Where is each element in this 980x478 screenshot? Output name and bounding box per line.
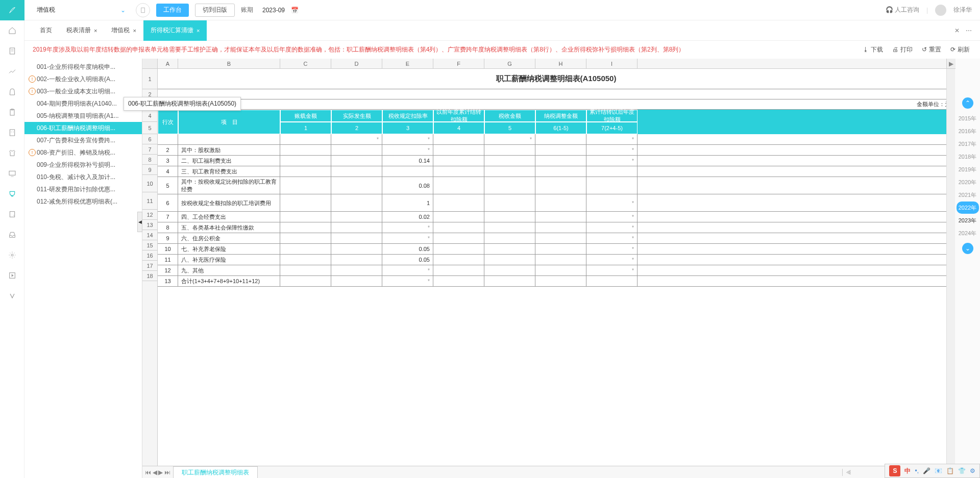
- toc-item[interactable]: 012-减免所得税优惠明细表(...: [24, 195, 142, 208]
- cell[interactable]: [331, 233, 382, 243]
- cell[interactable]: [382, 166, 433, 177]
- cell[interactable]: [433, 233, 484, 243]
- toc-item[interactable]: 009-企业所得税弥补亏损明...: [24, 159, 142, 171]
- cell[interactable]: [484, 222, 535, 233]
- cell[interactable]: 8: [158, 222, 178, 233]
- ime-toolbar[interactable]: S 中 •,🎤📧📋👕⚙: [885, 464, 980, 478]
- sheet-first-icon[interactable]: ⏮: [145, 469, 151, 476]
- cell[interactable]: [331, 276, 382, 286]
- cell[interactable]: 11: [158, 255, 178, 265]
- cell[interactable]: [433, 244, 484, 254]
- cell[interactable]: [382, 134, 433, 144]
- cell[interactable]: 九、其他: [178, 265, 280, 275]
- cell[interactable]: [331, 177, 382, 194]
- tax-type-select[interactable]: 增值税 ⌄: [33, 3, 130, 17]
- year-button[interactable]: 2022年: [957, 202, 979, 214]
- nav-inbox-icon[interactable]: [0, 224, 24, 245]
- cell[interactable]: [331, 166, 382, 177]
- row-header[interactable]: 12: [142, 210, 157, 220]
- cell[interactable]: [535, 194, 586, 212]
- cell[interactable]: [433, 255, 484, 265]
- year-up-icon[interactable]: ⌃: [962, 97, 973, 109]
- row-header[interactable]: 15: [142, 240, 157, 250]
- ime-item[interactable]: 👕: [958, 467, 966, 474]
- row-header[interactable]: 14: [142, 230, 157, 240]
- collapse-toc-handle[interactable]: ◀: [137, 212, 142, 232]
- row-header[interactable]: 17: [142, 261, 157, 271]
- cell[interactable]: [535, 222, 586, 233]
- cell[interactable]: [586, 194, 638, 212]
- tab-所得税汇算清缴[interactable]: 所得税汇算清缴×: [143, 20, 207, 41]
- cell[interactable]: [484, 244, 535, 254]
- year-button[interactable]: 2020年: [957, 176, 979, 188]
- calendar-icon[interactable]: 📅: [291, 7, 299, 14]
- cell[interactable]: [433, 276, 484, 286]
- year-down-icon[interactable]: ⌄: [962, 243, 973, 254]
- cell[interactable]: [586, 276, 638, 286]
- year-button[interactable]: 2019年: [957, 163, 979, 175]
- cell[interactable]: [382, 276, 433, 286]
- col-header[interactable]: G: [484, 59, 535, 68]
- cell[interactable]: [331, 134, 382, 144]
- row-header[interactable]: 1: [142, 69, 157, 89]
- row-header[interactable]: 9: [142, 165, 157, 175]
- cell[interactable]: 0.05: [382, 244, 433, 254]
- cell[interactable]: 0.05: [382, 255, 433, 265]
- year-button[interactable]: 2016年: [957, 125, 979, 137]
- row-header[interactable]: 6: [142, 134, 157, 144]
- cell[interactable]: [280, 212, 331, 222]
- col-header[interactable]: D: [331, 59, 382, 68]
- cell[interactable]: [331, 212, 382, 222]
- cell[interactable]: [586, 134, 638, 144]
- col-header[interactable]: F: [433, 59, 484, 68]
- sheet-vertical-scrollbar[interactable]: [946, 59, 954, 466]
- refresh-button[interactable]: ⟳刷新: [950, 45, 970, 55]
- cell[interactable]: [280, 156, 331, 166]
- cell[interactable]: 合计(1+3+4+7+8+9+10+11+12): [178, 276, 280, 286]
- cell[interactable]: [535, 212, 586, 222]
- nav-v-icon[interactable]: [0, 286, 24, 306]
- year-button[interactable]: 2023年: [957, 214, 979, 227]
- cell[interactable]: [280, 134, 331, 144]
- cell[interactable]: [280, 244, 331, 254]
- row-header[interactable]: 5: [142, 122, 157, 134]
- year-button[interactable]: 2018年: [957, 150, 979, 163]
- cell[interactable]: [433, 177, 484, 194]
- tab-close-icon[interactable]: ×: [94, 28, 97, 34]
- ime-lang[interactable]: 中: [904, 467, 911, 475]
- row-header[interactable]: 8: [142, 155, 157, 165]
- nav-play-icon[interactable]: [0, 265, 24, 286]
- cell[interactable]: [535, 166, 586, 177]
- user-name[interactable]: 徐泽华: [953, 6, 972, 14]
- tabs-close-all-icon[interactable]: ✕: [954, 27, 960, 34]
- cell[interactable]: [331, 194, 382, 212]
- tab-close-icon[interactable]: ×: [197, 28, 200, 34]
- cell[interactable]: 六、住房公积金: [178, 233, 280, 243]
- reset-button[interactable]: ↺重置: [922, 45, 941, 55]
- toc-item[interactable]: 003-一般企业成本支出明细...: [24, 85, 142, 97]
- cell[interactable]: [331, 255, 382, 265]
- cell[interactable]: [484, 156, 535, 166]
- cell[interactable]: [586, 145, 638, 155]
- cell[interactable]: [280, 177, 331, 194]
- nav-clipboard-icon[interactable]: [0, 102, 24, 122]
- nav-bag-icon[interactable]: [0, 82, 24, 102]
- sheet-tab[interactable]: 职工薪酬纳税调整明细表: [173, 466, 258, 479]
- cell[interactable]: [484, 276, 535, 286]
- cell[interactable]: [586, 212, 638, 222]
- cell[interactable]: [535, 233, 586, 243]
- switch-old-button[interactable]: 切到旧版: [195, 4, 235, 17]
- nav-calc-icon[interactable]: [0, 122, 24, 143]
- cell[interactable]: [535, 134, 586, 144]
- cell[interactable]: [331, 156, 382, 166]
- col-header[interactable]: E: [382, 59, 433, 68]
- toc-item[interactable]: 002-一般企业收入明细表(A...: [24, 73, 142, 85]
- cell[interactable]: 2: [158, 145, 178, 155]
- cell[interactable]: [484, 265, 535, 275]
- cell[interactable]: 其中：按税收规定比例扣除的职工教育经费: [178, 177, 280, 194]
- cell[interactable]: [535, 255, 586, 265]
- cell[interactable]: [331, 222, 382, 233]
- app-logo[interactable]: [0, 0, 24, 20]
- ime-item[interactable]: 📋: [946, 467, 954, 474]
- cell[interactable]: [535, 244, 586, 254]
